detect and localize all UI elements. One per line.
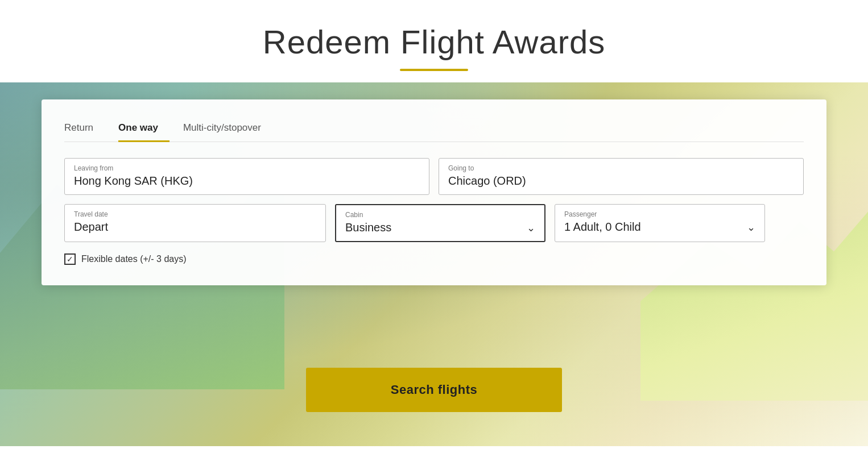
passenger-row: 1 Adult, 0 Child ⌄ xyxy=(564,221,755,234)
flexible-dates-label[interactable]: Flexible dates (+/- 3 days) xyxy=(81,254,187,264)
travel-options-row: Travel date Depart Cabin Business ⌄ Pass… xyxy=(64,204,804,242)
flexible-dates-row: ✓ Flexible dates (+/- 3 days) xyxy=(64,253,804,265)
passenger-field[interactable]: Passenger 1 Adult, 0 Child ⌄ xyxy=(555,204,765,242)
search-flights-button[interactable]: Search flights xyxy=(306,368,562,412)
page-title: Redeem Flight Awards xyxy=(0,23,868,61)
leaving-from-value: Hong Kong SAR (HKG) xyxy=(74,174,420,188)
checkmark-icon: ✓ xyxy=(67,255,73,263)
leaving-from-field[interactable]: Leaving from Hong Kong SAR (HKG) xyxy=(64,158,429,195)
travel-date-field[interactable]: Travel date Depart xyxy=(64,204,326,242)
tabs-container: Return One way Multi-city/stopover xyxy=(64,118,804,142)
passenger-dropdown-icon: ⌄ xyxy=(747,221,755,234)
title-underline xyxy=(400,69,468,71)
cabin-dropdown-icon: ⌄ xyxy=(527,222,535,234)
cabin-value: Business xyxy=(345,221,391,234)
tab-return[interactable]: Return xyxy=(64,118,105,142)
leaving-from-label: Leaving from xyxy=(74,164,420,172)
going-to-field[interactable]: Going to Chicago (ORD) xyxy=(439,158,804,195)
cabin-label: Cabin xyxy=(345,211,535,219)
cabin-field[interactable]: Cabin Business ⌄ xyxy=(335,204,545,242)
passenger-label: Passenger xyxy=(564,210,755,218)
header-section: Redeem Flight Awards xyxy=(0,0,868,82)
going-to-label: Going to xyxy=(448,164,794,172)
tab-one-way[interactable]: One way xyxy=(118,118,170,142)
search-card: Return One way Multi-city/stopover Leavi… xyxy=(42,99,826,285)
origin-destination-row: Leaving from Hong Kong SAR (HKG) Going t… xyxy=(64,158,804,195)
passenger-value: 1 Adult, 0 Child xyxy=(564,221,641,234)
flexible-dates-checkbox[interactable]: ✓ xyxy=(64,253,76,265)
cabin-row: Business ⌄ xyxy=(345,221,535,234)
background-section: Return One way Multi-city/stopover Leavi… xyxy=(0,82,868,446)
travel-date-value: Depart xyxy=(74,221,316,234)
search-button-container: Search flights xyxy=(306,368,562,412)
travel-date-label: Travel date xyxy=(74,210,316,218)
tab-multi-city[interactable]: Multi-city/stopover xyxy=(183,118,272,142)
going-to-value: Chicago (ORD) xyxy=(448,174,794,188)
